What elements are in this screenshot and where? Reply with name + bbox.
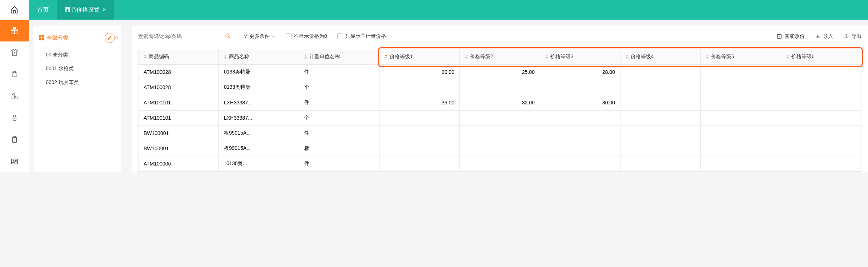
cell-name[interactable]: 0133奥特曼 (219, 80, 299, 95)
cell-p4[interactable] (620, 141, 701, 156)
col-product-name[interactable]: 商品名称 (219, 49, 299, 64)
cell-unit[interactable]: 板 (299, 141, 379, 156)
cell-p2[interactable]: 32.00 (460, 95, 540, 110)
table-row[interactable]: ATM100101LXH33387...个 (138, 110, 861, 125)
cell-name[interactable]: LXH33387... (219, 95, 299, 110)
cell-p4[interactable] (620, 156, 701, 171)
hide-zero-price-checkbox[interactable]: 不显示价格为0 (286, 33, 327, 40)
cell-p3[interactable] (540, 156, 620, 171)
export-button[interactable]: 导出 (843, 33, 861, 40)
cell-p1[interactable]: 36.00 (379, 95, 460, 110)
category-item-uncategorized[interactable]: 00 未分类 (33, 48, 121, 62)
cell-unit[interactable]: 件 (299, 95, 379, 110)
all-categories[interactable]: 全部分类 (39, 35, 68, 41)
home-icon-slot[interactable] (0, 0, 29, 20)
rail-clipboard[interactable] (0, 129, 29, 151)
cell-code[interactable]: ATM100101 (138, 95, 219, 110)
cell-p4[interactable] (620, 110, 701, 125)
col-product-code[interactable]: 商品编码 (138, 49, 219, 64)
only-main-unit-checkbox[interactable]: 只显示主计量价格 (337, 33, 386, 40)
cell-p3[interactable] (540, 80, 620, 95)
cell-code[interactable]: BW100001 (138, 125, 219, 141)
cell-p6[interactable] (781, 80, 861, 95)
rail-bag[interactable] (0, 63, 29, 85)
col-price-level-2[interactable]: 价格等级2 (460, 49, 540, 64)
cell-p5[interactable] (701, 125, 781, 141)
cell-name[interactable]: 0133奥特曼 (219, 64, 299, 80)
table-row[interactable]: ATM100101LXH33387...件36.0032.0030.00 (138, 95, 861, 110)
col-price-level-5[interactable]: 价格等级5 (701, 49, 781, 64)
cell-code[interactable]: ATM100028 (138, 80, 219, 95)
cell-p6[interactable] (781, 141, 861, 156)
cell-p5[interactable] (701, 64, 781, 80)
cell-p3[interactable] (540, 141, 620, 156)
smart-price-button[interactable]: 智能改价 (776, 33, 805, 40)
rail-id-card[interactable] (0, 151, 29, 172)
cell-p2[interactable] (460, 80, 540, 95)
rail-building[interactable] (0, 85, 29, 107)
cell-code[interactable]: BW100001 (138, 141, 219, 156)
col-price-level-6[interactable]: 价格等级6 (781, 49, 861, 64)
more-conditions-button[interactable]: 更多条件 (243, 33, 276, 40)
cell-code[interactable]: ATM100101 (138, 110, 219, 125)
cell-unit[interactable]: 个 (299, 110, 379, 125)
rail-gift[interactable] (0, 20, 29, 41)
table-row[interactable]: BW100001板99015A...板 (138, 141, 861, 156)
rail-dollar-shirt[interactable]: $ (0, 41, 29, 63)
cell-p3[interactable] (540, 110, 620, 125)
table-row[interactable]: ATM1000280133奥特曼个 (138, 80, 861, 95)
cell-name[interactable]: ↑0138奥... (219, 156, 299, 171)
cell-p2[interactable] (460, 156, 540, 171)
collapse-sidebar-button[interactable] (112, 33, 121, 42)
cell-p6[interactable] (781, 95, 861, 110)
cell-p5[interactable] (701, 95, 781, 110)
cell-code[interactable]: ATM100028 (138, 64, 219, 80)
tab-product-price-settings[interactable]: 商品价格设置 × (57, 0, 114, 20)
close-icon[interactable]: × (103, 7, 106, 13)
cell-p4[interactable] (620, 95, 701, 110)
cell-p4[interactable] (620, 125, 701, 141)
import-button[interactable]: 导入 (815, 33, 833, 40)
cell-p2[interactable]: 25.00 (460, 64, 540, 80)
table-row[interactable]: ATM100006↑0138奥...件 (138, 156, 861, 171)
cell-p3[interactable]: 30.00 (540, 95, 620, 110)
table-row[interactable]: ATM1000280133奥特曼件20.0025.0028.00 (138, 64, 861, 80)
tab-home[interactable]: 首页 (29, 0, 57, 20)
cell-p4[interactable] (620, 64, 701, 80)
cell-name[interactable]: LXH33387... (219, 110, 299, 125)
cell-p3[interactable] (540, 125, 620, 141)
cell-unit[interactable]: 个 (299, 80, 379, 95)
cell-p1[interactable] (379, 80, 460, 95)
cell-name[interactable]: 板99015A... (219, 141, 299, 156)
search-input[interactable] (138, 31, 233, 42)
col-price-level-4[interactable]: 价格等级4 (620, 49, 701, 64)
cell-unit[interactable]: 件 (299, 64, 379, 80)
cell-p6[interactable] (781, 156, 861, 171)
cell-p2[interactable] (460, 141, 540, 156)
rail-money-bag[interactable]: ¥ (0, 107, 29, 129)
category-item-toy-car[interactable]: 0002 玩具车类 (33, 76, 121, 89)
cell-p5[interactable] (701, 80, 781, 95)
cell-p2[interactable] (460, 125, 540, 141)
cell-p1[interactable] (379, 156, 460, 171)
cell-p6[interactable] (781, 125, 861, 141)
col-price-level-3[interactable]: 价格等级3 (540, 49, 620, 64)
cell-p6[interactable] (781, 64, 861, 80)
cell-p1[interactable] (379, 141, 460, 156)
category-item-water-gun[interactable]: 0001 水枪类 (33, 62, 121, 76)
cell-unit[interactable]: 件 (299, 125, 379, 141)
search-button[interactable] (225, 33, 231, 40)
cell-code[interactable]: ATM100006 (138, 156, 219, 171)
cell-unit[interactable]: 件 (299, 156, 379, 171)
cell-p1[interactable] (379, 125, 460, 141)
col-unit-name[interactable]: 计量单位名称 (299, 49, 379, 64)
cell-p5[interactable] (701, 156, 781, 171)
table-row[interactable]: BW100001板99015A...件 (138, 125, 861, 141)
cell-p5[interactable] (701, 141, 781, 156)
cell-p6[interactable] (781, 110, 861, 125)
cell-p1[interactable] (379, 110, 460, 125)
cell-p2[interactable] (460, 110, 540, 125)
cell-p5[interactable] (701, 110, 781, 125)
cell-p1[interactable]: 20.00 (379, 64, 460, 80)
cell-p4[interactable] (620, 80, 701, 95)
